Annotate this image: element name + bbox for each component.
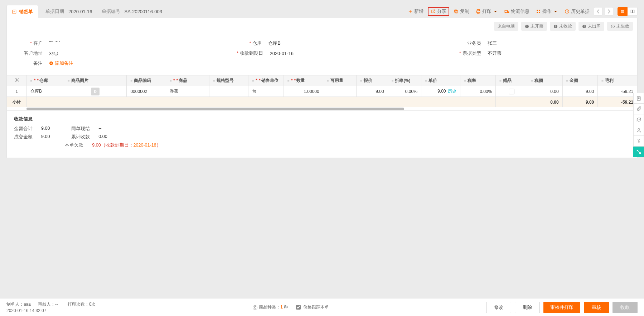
- duedate-label: 收款到期日: [237, 50, 263, 56]
- price-follow-checkbox[interactable]: 价格跟踪本单: [295, 304, 329, 311]
- svg-rect-10: [539, 10, 540, 11]
- info-icon: [553, 24, 558, 29]
- doc-meta: 单据日期2020-01-16 单据编号SA-20200116-003: [45, 5, 162, 18]
- col-discount[interactable]: ≡折率(%): [388, 75, 421, 86]
- view-list-button[interactable]: [618, 7, 628, 16]
- col-product[interactable]: ≡*商品: [166, 75, 209, 86]
- truck-icon: [504, 9, 509, 14]
- footer-buttons: 修改 删除 审核并打印 审核 收款: [486, 302, 638, 313]
- col-gift[interactable]: ≡赠品: [496, 75, 527, 86]
- col-warehouse[interactable]: ≡*仓库: [26, 75, 64, 86]
- copy-button[interactable]: 复制: [451, 7, 471, 16]
- price-history-link[interactable]: 历史: [448, 89, 456, 94]
- share-button[interactable]: 分享: [428, 7, 449, 16]
- logistics-button[interactable]: 物流信息: [502, 7, 532, 16]
- add-note-button[interactable]: 添加备注: [49, 60, 73, 66]
- customer-label: 客户: [18, 40, 43, 46]
- col-qty[interactable]: ≡*数量: [284, 75, 323, 86]
- footer-info: 制单人：aaa 审核人：-- 打印次数：0次 2020-01-16 14:32:…: [6, 301, 96, 313]
- next-doc-button[interactable]: [605, 7, 613, 16]
- col-code[interactable]: ≡商品编码: [127, 75, 166, 86]
- redacted-area: [49, 42, 156, 52]
- svg-rect-15: [633, 10, 634, 13]
- view-mode-toggle: [618, 7, 638, 16]
- info-icon: [525, 24, 529, 29]
- dock-refresh[interactable]: [633, 114, 644, 125]
- badge-source: 来自电脑: [494, 22, 518, 31]
- print-button[interactable]: 打印: [474, 7, 500, 16]
- payment-section: 收款信息 金额合计9.00 同单现结-- 成交金额9.00 累计收款0.00 x…: [7, 111, 637, 158]
- col-quote[interactable]: ≡报价: [356, 75, 388, 86]
- svg-rect-9: [537, 10, 538, 11]
- svg-rect-24: [584, 25, 585, 26]
- product-image-placeholder[interactable]: b: [91, 88, 100, 95]
- share-icon: [431, 9, 436, 14]
- copy-icon: [454, 9, 459, 14]
- dock-user[interactable]: [633, 125, 644, 136]
- main-panel: 来自电脑 未开票 未收款 未出库 未生效 客户客户1 仓库仓库B 业务员张三 客…: [6, 18, 638, 158]
- plus-circle-icon: [49, 61, 53, 65]
- salesman-label: 业务员: [456, 40, 481, 46]
- delete-button[interactable]: 删除: [515, 302, 540, 313]
- svg-rect-20: [556, 26, 556, 28]
- col-taxrate[interactable]: ≡税率: [460, 75, 496, 86]
- billtype-value: 不开票: [488, 50, 502, 56]
- rmb-icon: [636, 138, 641, 144]
- gear-icon: [14, 78, 19, 83]
- dock-attach[interactable]: [633, 104, 644, 114]
- col-saleunit[interactable]: ≡*销售单位: [248, 75, 284, 86]
- dock-expand[interactable]: [633, 147, 644, 157]
- badge-no-invoice[interactable]: 未开票: [521, 22, 547, 31]
- ops-button[interactable]: 操作: [534, 7, 560, 16]
- dock-note[interactable]: [633, 93, 644, 104]
- badge-no-out[interactable]: 未出库: [578, 22, 604, 31]
- chevron-down-icon: [493, 9, 498, 14]
- refresh-icon: [636, 117, 641, 122]
- top-bar: 销货单 单据日期2020-01-16 单据编号SA-20200116-003 新…: [6, 5, 638, 18]
- attach-icon: [636, 106, 641, 112]
- warehouse-label: 仓库: [237, 40, 262, 46]
- footer-timestamp: 2020-01-16 14:32:07: [6, 308, 96, 313]
- toolbar: 新增 分享 复制 打印 物流信息 操作 历史单据: [406, 5, 638, 18]
- print-icon: [476, 9, 481, 14]
- view-card-button[interactable]: [628, 7, 638, 16]
- doc-tab[interactable]: 销货单: [6, 5, 38, 18]
- payment-title: 收款信息: [14, 116, 630, 122]
- receive-button: 收款: [612, 302, 638, 313]
- prev-doc-button[interactable]: [594, 7, 602, 16]
- scroll-thumb[interactable]: [26, 108, 404, 110]
- table-hscroll[interactable]: [7, 107, 637, 111]
- sales-order-icon: [12, 9, 17, 14]
- svg-rect-2: [454, 10, 457, 12]
- clock-icon: [565, 9, 570, 14]
- col-price[interactable]: ≡单价: [421, 75, 460, 86]
- history-button[interactable]: 历史单据: [562, 7, 592, 16]
- audit-button[interactable]: 审核: [584, 302, 609, 313]
- gift-checkbox[interactable]: [509, 89, 514, 94]
- items-table: ≡*仓库 ≡商品图片 ≡商品编码 ≡*商品 ≡规格型号 ≡*销售单位 ≡*数量 …: [7, 75, 637, 111]
- card-icon: [630, 9, 635, 14]
- col-spec[interactable]: ≡规格型号: [209, 75, 248, 86]
- salesman-value: 张三: [488, 40, 497, 46]
- info-icon: [582, 24, 586, 29]
- new-button[interactable]: 新增: [406, 7, 426, 16]
- note-icon: [636, 96, 641, 101]
- footer: 制单人：aaa 审核人：-- 打印次数：0次 2020-01-16 14:32:…: [0, 298, 644, 316]
- dock-rmb[interactable]: [633, 136, 644, 147]
- col-amount[interactable]: ≡金额: [562, 75, 598, 86]
- audit-print-button[interactable]: 审核并打印: [543, 302, 580, 313]
- side-dock: [633, 93, 644, 157]
- svg-point-29: [638, 129, 640, 130]
- svg-rect-12: [539, 12, 540, 13]
- edit-button[interactable]: 修改: [486, 302, 511, 313]
- col-image[interactable]: ≡商品图片: [64, 75, 127, 86]
- col-avail[interactable]: ≡可用量: [323, 75, 356, 86]
- duedate-value: 2020-01-16: [270, 51, 294, 56]
- col-tax[interactable]: ≡税额: [527, 75, 562, 86]
- table-row[interactable]: 1 仓库B b 0000002 香蕉 台 1.00000 9.00 0.00% …: [7, 86, 637, 97]
- col-gross[interactable]: ≡毛利: [598, 75, 637, 86]
- badge-not-effective[interactable]: 未生效: [607, 22, 633, 31]
- col-settings[interactable]: [7, 75, 27, 86]
- table-subtotal: 小计 0.00 9.00 -59.21: [7, 97, 637, 108]
- badge-no-receipt[interactable]: 未收款: [550, 22, 576, 31]
